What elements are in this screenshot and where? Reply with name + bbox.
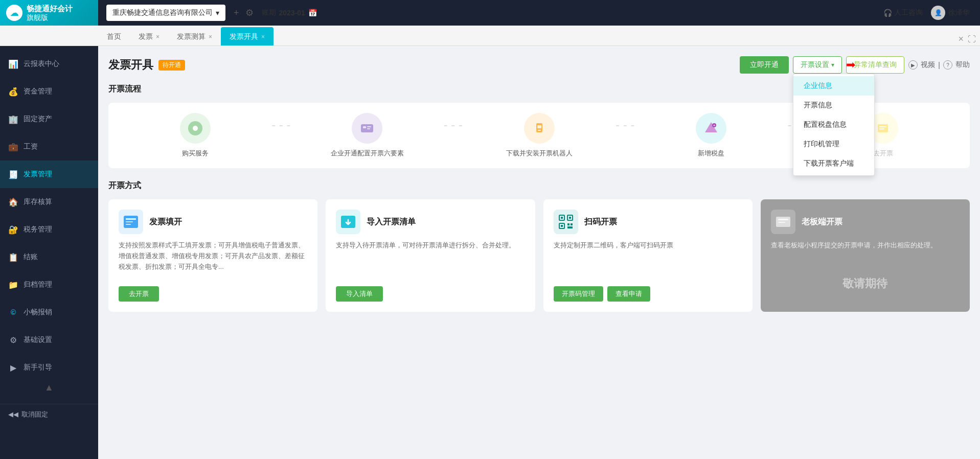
cancel-fixed-button[interactable]: ◀◀ 取消固定 (0, 404, 98, 424)
qrcode-manage-button[interactable]: 开票码管理 (554, 286, 603, 302)
separator: | (938, 61, 940, 69)
dropdown-item-label: 企业信息 (804, 81, 832, 89)
maximize-icon[interactable]: ⛶ (968, 35, 976, 44)
chevron-down-icon: ▾ (216, 9, 219, 17)
reports-icon: 📊 (8, 59, 18, 69)
card-footer: 开票码管理 查看申请 (554, 286, 742, 302)
step-label-3: 下载并安装开票机器人 (506, 149, 573, 158)
help-icon[interactable]: ? (943, 60, 952, 70)
dropdown-item-label: 开票信息 (804, 101, 832, 109)
step-icon-3 (524, 113, 555, 144)
tab-bar: 首页 发票 × 发票测算 × 发票开具 × × ⛶ (0, 26, 980, 46)
dropdown-item-printer[interactable]: 打印机管理 (793, 134, 874, 154)
view-apply-button[interactable]: 查看申请 (607, 286, 650, 302)
funds-icon: 💰 (8, 86, 18, 97)
sidebar-item-settlement[interactable]: 📋 结账 (0, 243, 98, 271)
consultant-button[interactable]: 🎧 人工咨询 (883, 8, 923, 17)
flow-step-1: 购买服务 (121, 113, 269, 158)
add-icon[interactable]: + (234, 8, 239, 18)
tab-label: 发票测算 (177, 32, 206, 41)
svg-text:+: + (713, 124, 715, 127)
svg-rect-16 (126, 221, 133, 222)
help-label[interactable]: 帮助 (955, 60, 970, 70)
card-header: 老板端开票 (771, 210, 960, 234)
sidebar-item-guide[interactable]: ▶ 新手引导 (0, 354, 98, 381)
billing-card-manual: 发票填开 支持按照发票样式手工填开发票；可开具增值税电子普通发票、增值税普通发票… (108, 199, 317, 312)
scroll-down-arrow[interactable]: ▲ (44, 382, 54, 393)
flow-step-3: 下载并安装开票机器人 (465, 113, 613, 158)
settings-icon[interactable]: ⚙ (245, 7, 254, 18)
sidebar-item-settings[interactable]: ⚙ 基础设置 (0, 326, 98, 354)
user-area[interactable]: 👤 徐泽华 (931, 6, 970, 20)
sidebar-item-reports[interactable]: 📊 云报表中心 (0, 50, 98, 78)
calendar-icon[interactable]: 📅 (308, 9, 317, 17)
top-bar-actions: + ⚙ (234, 7, 254, 18)
sidebar-item-invoice[interactable]: 🧾 发票管理 (0, 160, 98, 188)
import-list-button[interactable]: 导入清单 (336, 286, 383, 302)
svg-rect-12 (879, 126, 886, 127)
header-actions: 立即开通 开票设置 ▾ 企业信息 开票信息 (740, 56, 970, 74)
dropdown-item-label: 下载开票客户端 (804, 159, 854, 167)
dropdown-item-invoice-info[interactable]: 开票信息 (793, 96, 874, 115)
company-selector[interactable]: 重庆畅捷交通信息咨询有限公司 ▾ (106, 5, 225, 21)
help-area: ▶ 视频 | ? 帮助 (908, 60, 970, 70)
tab-home[interactable]: 首页 (98, 27, 130, 45)
close-icon[interactable]: × (209, 33, 212, 40)
sidebar-item-archive[interactable]: 📁 归档管理 (0, 271, 98, 299)
svg-rect-25 (567, 223, 569, 225)
expense-icon: © (8, 307, 18, 317)
sidebar-item-label: 工资 (24, 142, 38, 151)
sidebar-item-inventory[interactable]: 🏠 库存核算 (0, 188, 98, 216)
page-title-area: 发票开具 待开通 (108, 57, 185, 73)
archive-icon: 📁 (8, 280, 18, 290)
sidebar-item-salary[interactable]: 💼 工资 (0, 133, 98, 160)
flow-step-2: 企业开通配置开票六要素 (292, 113, 441, 158)
page-header: 发票开具 待开通 立即开通 开票设置 ▾ 企业信息 (108, 56, 970, 74)
close-window-icon[interactable]: × (958, 34, 964, 44)
connector-1: - - - (269, 118, 292, 132)
sidebar-item-expense[interactable]: © 小畅报销 (0, 299, 98, 326)
dropdown-item-company[interactable]: 企业信息 (793, 76, 874, 96)
svg-rect-29 (778, 219, 788, 220)
close-icon[interactable]: × (156, 33, 159, 40)
sidebar-item-label: 结账 (24, 253, 38, 262)
card-title: 发票填开 (149, 217, 182, 227)
logo-icon: ☁ (6, 5, 22, 21)
salary-icon: 💼 (8, 142, 18, 152)
video-label[interactable]: 视频 (921, 60, 935, 70)
svg-rect-17 (126, 224, 131, 225)
go-invoice-button[interactable]: 去开票 (119, 286, 159, 302)
play-icon[interactable]: ▶ (908, 60, 918, 70)
svg-rect-2 (363, 126, 366, 128)
settings-button-label: 开票设置 (801, 60, 829, 70)
svg-rect-3 (367, 126, 371, 127)
cancel-fixed-label: 取消固定 (21, 410, 48, 419)
svg-rect-4 (367, 128, 370, 129)
sidebar-item-label: 基础设置 (24, 335, 52, 345)
sidebar-item-label: 发票管理 (24, 170, 52, 179)
svg-rect-22 (569, 217, 571, 219)
dropdown-item-download-client[interactable]: 下载开票客户端 (793, 154, 874, 173)
invoice-icon: 🧾 (8, 169, 18, 179)
step-icon-4: + (696, 113, 726, 144)
headset-icon: 🎧 (883, 9, 892, 17)
tab-invoice[interactable]: 发票 × (130, 27, 168, 45)
close-icon[interactable]: × (261, 33, 265, 40)
period-badge: 账期 2023-01 📅 (262, 8, 317, 17)
tab-invoice-calc[interactable]: 发票测算 × (168, 27, 221, 45)
tab-invoice-issue[interactable]: 发票开具 × (221, 27, 274, 45)
tab-label: 发票 (139, 32, 153, 41)
settings-button-wrapper: 开票设置 ▾ 企业信息 开票信息 配置税盘信息 (793, 56, 842, 74)
sidebar-item-assets[interactable]: 🏢 固定资产 (0, 105, 98, 133)
billing-card-import: 导入开票清单 支持导入待开票清单，可对待开票清单进行拆分、合并处理。 导入清单 (326, 199, 535, 312)
settings-sidebar-icon: ⚙ (8, 335, 18, 345)
settings-button[interactable]: 开票设置 ▾ (793, 56, 842, 74)
sidebar-item-label: 小畅报销 (24, 308, 52, 317)
activate-button[interactable]: 立即开通 (740, 56, 789, 74)
tab-label: 首页 (107, 32, 121, 41)
page-title: 发票开具 (108, 57, 153, 73)
sidebar-item-tax[interactable]: 🔐 税务管理 (0, 216, 98, 243)
card-footer: 导入清单 (336, 286, 525, 302)
dropdown-item-tax-config[interactable]: 配置税盘信息 (793, 115, 874, 134)
sidebar-item-funds[interactable]: 💰 资金管理 (0, 78, 98, 105)
